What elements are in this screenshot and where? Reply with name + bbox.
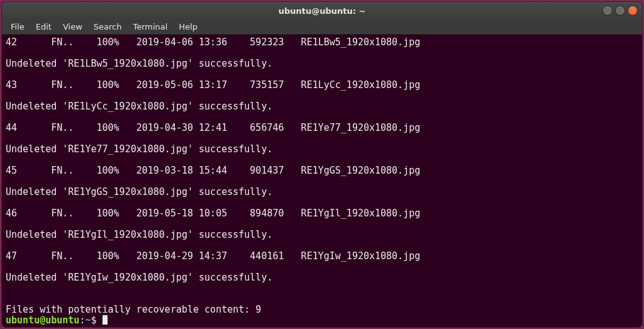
menu-view[interactable]: View [58, 21, 87, 33]
window-controls [603, 6, 637, 15]
menu-help[interactable]: Help [174, 21, 203, 33]
terminal-output[interactable]: 42 FN.. 100% 2019-04-06 13:36 592323 RE1… [2, 35, 642, 327]
window-title: ubuntu@ubuntu: ~ [279, 6, 366, 16]
maximize-icon[interactable] [616, 6, 625, 15]
prompt-line[interactable]: ubuntu@ubuntu:~$ [6, 315, 108, 326]
menubar: File Edit View Search Terminal Help [2, 20, 642, 35]
prompt-sigil: $ [91, 315, 96, 326]
titlebar[interactable]: ubuntu@ubuntu: ~ [2, 2, 642, 20]
menu-edit[interactable]: Edit [31, 21, 57, 33]
prompt-user: ubuntu@ubuntu [6, 315, 79, 326]
close-icon[interactable] [628, 6, 637, 15]
menu-file[interactable]: File [6, 21, 30, 33]
menu-search[interactable]: Search [89, 21, 127, 33]
cursor-icon [103, 315, 108, 325]
terminal-window: ubuntu@ubuntu: ~ File Edit View Search T… [2, 2, 642, 327]
menu-terminal[interactable]: Terminal [128, 21, 172, 33]
minimize-icon[interactable] [603, 6, 612, 15]
